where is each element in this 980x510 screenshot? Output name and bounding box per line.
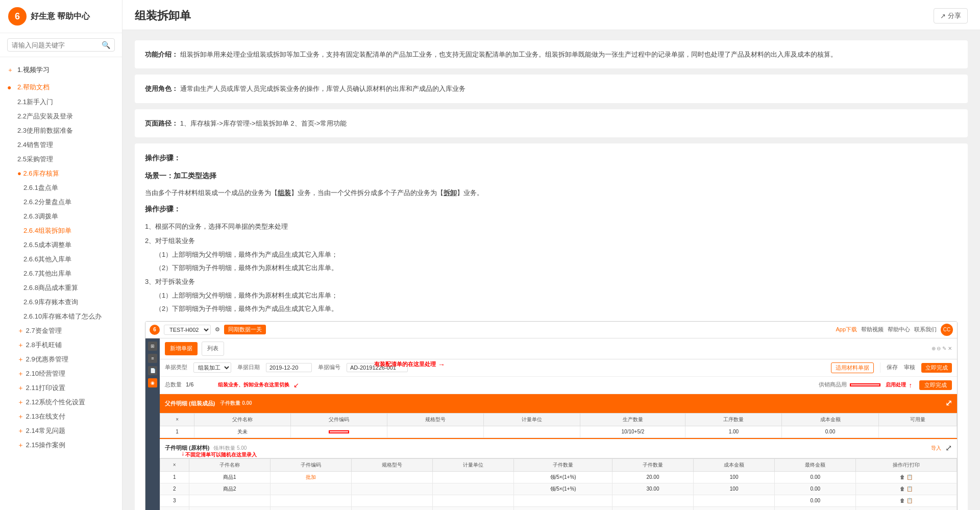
sidebar-item-2-5[interactable]: 2.5采购管理 [0,152,122,166]
step-3-2: （2）下部明细为子件明细，最终作为产成品生成其它入库单。 [145,303,958,314]
annotation3-label: 启用处理 [886,380,906,390]
ss-lower-table: × 子件名称 子件编码 规格型号 计量单位 子件数量 子件数量 成本金额 [160,458,957,510]
ss-expand-icon[interactable]: ⤢ [945,396,952,411]
ss-tab-list[interactable]: 列表 [202,342,224,356]
nav-section-1: ＋ 1.视频学习 [0,61,122,79]
step-2: 2、对于组装业务 [145,235,958,247]
ss-upper-table: × 父件名称 父件编码 规格型号 计量单位 生产数量 工序数量 成本金额 [160,413,957,438]
sidebar-item-2-6-4[interactable]: 2.6.4组装拆卸单 [0,224,122,238]
sidebar-item-docs[interactable]: ● 2.帮助文档 [0,80,122,95]
role-label: 使用角色： [145,85,178,92]
sidebar-item-2-6-2[interactable]: 2.6.2分量盘点单 [0,195,122,209]
scene1-title: 场景一：加工类型选择 [145,169,958,182]
steps-card: 操作步骤： 场景一：加工类型选择 当由多个子件材料组装成一个成品的业务为【组装】… [135,143,968,510]
ss-active-icon[interactable]: ◉ [148,378,157,387]
ss-sync-button[interactable]: 同期数据一关 [224,325,266,334]
sidebar-item-2-10[interactable]: ＋ 2.10经营管理 [0,367,122,381]
sidebar-item-2-13[interactable]: ＋ 2.13在线支付 [0,409,122,424]
op-steps-title: 操作步骤： [145,152,958,164]
main-content: 组装拆卸单 ↗ 分享 功能介绍： 组装拆卸单用来处理企业组装或拆卸等加工业务，支… [122,0,980,510]
sidebar-item-video[interactable]: ＋ 1.视频学习 [0,62,122,78]
ss-left-icons: ⊞ ≡ 📄 ◉ [145,338,160,510]
ss-import-link[interactable]: 导入 [931,444,941,453]
ss-doc-icon[interactable]: 📄 [148,366,157,375]
ss-td-name: 关未 [194,426,291,438]
annotation2-label: 组装业务、拆卸业务在这里切换 [218,380,289,390]
ss-app-link[interactable]: App下载 [836,325,857,335]
scene1-disassemble: 拆卸 [444,189,457,197]
ss-apply-btn[interactable]: 立即完成 [919,380,952,390]
ss-td-del: 1 [160,426,194,438]
screenshot-inner: 6 TEST-H002 ⚙ 同期数据一关 App下载 帮助视频 帮助中心 联系我… [145,322,957,510]
share-button[interactable]: ↗ 分享 [934,8,968,23]
sidebar-item-2-6-8[interactable]: 2.6.8商品成本重算 [0,281,122,295]
plus-icon: ＋ [7,66,14,75]
ss-ltd-name: 商品1 [189,471,270,483]
sidebar-item-2-2[interactable]: 2.2产品安装及登录 [0,109,122,124]
ss-ltd-op: 🗑 📋 [856,471,957,483]
sidebar-item-2-14[interactable]: ＋ 2.14常见问题 [0,424,122,438]
sidebar-item-2-12[interactable]: ＋ 2.12系统个性化设置 [0,395,122,409]
ss-tab-new[interactable]: 新增单据 [165,342,198,355]
ss-date-input[interactable] [266,363,312,372]
sidebar-item-2-6-6[interactable]: 2.6.6其他入库单 [0,252,122,266]
ss-th-prod-qty: 生产数量 [580,413,685,426]
ss-supplier-label: 供销商品用 [819,380,847,390]
sidebar-item-2-6-10[interactable]: 2.6.10库存账本错了怎么办 [0,309,122,324]
logo-area: 6 好生意 帮助中心 [0,0,122,33]
ss-code-input-highlighted[interactable] [329,430,349,433]
scene1-assemble: 组装 [278,189,291,197]
ss-lower-expand-icon[interactable]: ⤢ [945,441,952,456]
ss-lth-spec: 规格型号 [351,458,432,471]
sidebar-item-2-4[interactable]: 2.4销售管理 [0,138,122,152]
ss-logo-icon: 6 [150,325,160,335]
ss-td-prod-qty: 10/10+5/2 [580,426,685,438]
sidebar-item-2-9[interactable]: ＋ 2.9优惠券管理 [0,352,122,367]
ss-date-label: 单据日期 [237,362,260,373]
ss-lth-name: 子件名称 [189,458,270,471]
ss-gear-icon: ⚙ [215,325,220,335]
ss-confirm-btn[interactable]: 适用材料单据 [831,362,874,373]
annotation4-label: 不固定清单可以随机在这里录入 [185,450,257,459]
ss-supplier-input[interactable] [850,383,880,386]
ss-td-code [291,426,387,438]
sidebar-item-2-15[interactable]: ＋ 2.15操作案例 [0,438,122,452]
ss-list-icon[interactable]: ≡ [148,354,157,363]
logo-text: 好生意 帮助中心 [31,11,90,22]
ss-company-select[interactable]: TEST-H002 [164,325,211,335]
step-3-1: （1）上部明细为父件明细，最终作为原材料生成其它出库单； [145,289,958,301]
sidebar-item-2-6-1[interactable]: 2.6.1盘点单 [0,181,122,195]
ss-home-icon[interactable]: ⊞ [148,342,157,351]
ss-type-select[interactable]: 组装加工 拆卸加工 [193,362,231,373]
sidebar-item-2-6[interactable]: ● 2.6库存核算 [0,166,122,181]
sidebar-item-2-8[interactable]: ＋ 2.8手机旺铺 [0,338,122,352]
ss-body: ⊞ ≡ 📄 ◉ 新增单据 列表 ⊕ ⊖ ✎ [145,338,957,510]
sidebar-item-2-1[interactable]: 2.1新手入门 [0,95,122,109]
step-1: 1、根据不同的业务，选择不同单据的类型来处理 [145,221,958,232]
ss-help-center-link[interactable]: 帮助中心 [888,325,910,335]
search-input[interactable] [12,41,102,49]
ss-td-avail [878,426,957,438]
ss-complete-btn[interactable]: 立即完成 [921,363,952,373]
sidebar-item-2-6-3[interactable]: 2.6.3调拨单 [0,209,122,224]
sidebar-item-2-11[interactable]: ＋ 2.11打印设置 [0,381,122,395]
ss-lth-cost: 成本金额 [694,458,775,471]
sidebar-item-2-7[interactable]: ＋ 2.7资金管理 [0,324,122,338]
annotation3-arrow: ↑ [909,379,913,391]
ss-user-avatar: CC [941,324,953,336]
ss-topbar: 6 TEST-H002 ⚙ 同期数据一关 App下载 帮助视频 帮助中心 联系我… [145,322,957,338]
ss-upper-hint: 子件数量 0.00 [220,399,252,408]
sidebar-item-2-6-7[interactable]: 2.6.7其他出库单 [0,266,122,281]
sidebar-item-2-6-5[interactable]: 2.6.5成本调整单 [0,238,122,252]
ss-lth-unit: 计量单位 [433,458,514,471]
role-text: 通常由生产人员或库管人员完成拆装业务的操作，库管人员确认原材料的出库和产成品的入… [180,85,465,92]
sidebar-item-2-3[interactable]: 2.3使用前数据准备 [0,124,122,138]
sidebar-item-2-6-9[interactable]: 2.6.9库存账本查询 [0,295,122,309]
ss-contact-link[interactable]: 联系我们 [914,325,937,335]
search-icon[interactable]: 🔍 [102,41,110,49]
intro-label: 功能介绍： [145,51,178,58]
ss-help-video-link[interactable]: 帮助视频 [861,325,884,335]
intro-text: 组装拆卸单用来处理企业组装或拆卸等加工业务，支持有固定装配清单的产品加工业务，也… [180,51,837,58]
sidebar: 6 好生意 帮助中心 🔍 ＋ 1.视频学习 ● 2.帮助文档 2.1新手入门 2… [0,0,122,510]
ss-extra-icons: ⊕ ⊖ ✎ ✕ [932,344,952,353]
